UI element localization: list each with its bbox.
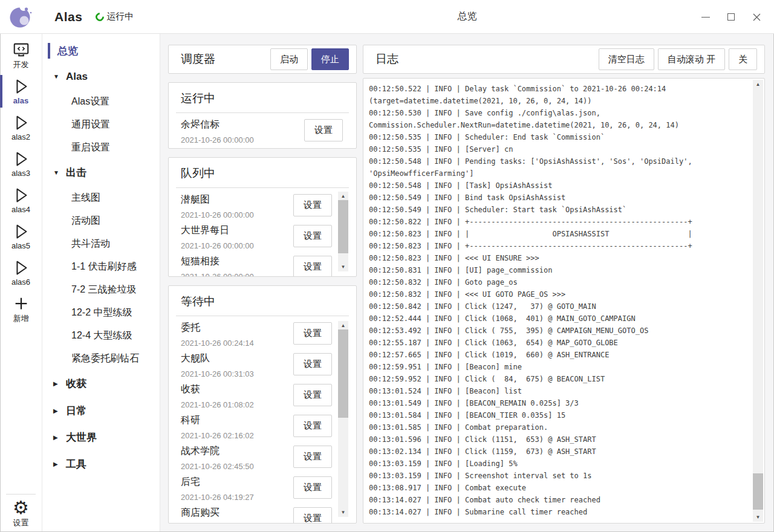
scroll-up-icon[interactable]: ▲ [338, 321, 348, 330]
sidebar-item-alas5[interactable]: alas5 [0, 218, 42, 255]
log-title: 日志 [376, 51, 398, 67]
queued-scrollbar: ▲ ▼ [338, 192, 348, 271]
menu-group-opsi[interactable]: ▶ 大世界 [42, 424, 160, 450]
scheduler-stop-button[interactable]: 停止 [311, 48, 349, 70]
log-line: 00:12:50.549 | INFO | Scheduler: Start t… [369, 204, 747, 216]
task-row: 大舰队 2021-10-26 00:31:03 设置 [181, 349, 332, 380]
task-settings-button[interactable]: 设置 [293, 476, 332, 499]
menu-item-general-settings[interactable]: 通用设置 [42, 113, 160, 136]
menu-group-alas[interactable]: ▼ Alas [42, 63, 160, 90]
scroll-down-icon[interactable]: ▼ [338, 508, 348, 517]
log-line: 00:13:14.027 | INFO | Submarine call tim… [369, 506, 747, 518]
scroll-up-icon[interactable]: ▲ [753, 80, 763, 89]
menu-item-label: 12-4 大型练级 [71, 329, 132, 342]
sidebar-item-alas2[interactable]: alas2 [0, 109, 42, 146]
log-line: 00:12:50.822 | INFO | +-----------------… [369, 216, 747, 228]
menu-item-main-chapter[interactable]: 主线图 [42, 186, 160, 209]
task-name: 短猫相接 [181, 255, 254, 268]
menu-group-daily[interactable]: ▶ 日常 [42, 397, 160, 424]
sidebar-item-alas[interactable]: alas [0, 73, 42, 109]
task-name: 大舰队 [181, 352, 254, 365]
main-content: 调度器 启动 停止 运行中 余烬信标 2021-10-26 00:00:00 设… [160, 34, 774, 532]
maximize-button[interactable] [718, 5, 744, 29]
menu-item-1-1[interactable]: 1-1 伏击刷好感 [42, 255, 160, 278]
menu-group-reward[interactable]: ▶ 收获 [42, 370, 160, 397]
scrollbar-thumb[interactable] [338, 329, 348, 418]
autoscroll-off-button[interactable]: 关 [729, 48, 757, 70]
scroll-down-icon[interactable]: ▼ [753, 513, 763, 522]
menu-item-coalition-event[interactable]: 共斗活动 [42, 232, 160, 255]
log-line: 00:12:50.549 | INFO | Bind task OpsiAshA… [369, 192, 747, 204]
sidebar-item-dev[interactable]: 开发 [0, 37, 42, 73]
menu-group-tools[interactable]: ▶ 工具 [42, 450, 160, 477]
caret-right-icon: ▶ [53, 380, 62, 387]
task-row: 商店购买 设置 [181, 503, 332, 524]
menu-item-restart-settings[interactable]: 重启设置 [42, 136, 160, 159]
sidebar-item-label: alas3 [11, 169, 30, 178]
menu-group-sortie[interactable]: ▼ 出击 [42, 159, 160, 186]
task-row: 大世界每日 2021-10-26 00:00:00 设置 [181, 221, 332, 251]
log-line: 00:12:50.530 | INFO | Save config ./conf… [369, 107, 747, 119]
scroll-up-icon[interactable]: ▲ [338, 192, 348, 201]
task-settings-button[interactable]: 设置 [293, 353, 332, 375]
menu-group-label: Alas [66, 71, 88, 83]
log-line: 00:12:50.823 | INFO | | OPSIASHASSIST | [369, 228, 747, 240]
task-row: 余烬信标 2021-10-26 00:00:00 设置 [181, 115, 343, 146]
task-row: 委托 2021-10-26 00:24:14 设置 [181, 318, 332, 349]
autoscroll-on-button[interactable]: 自动滚动 开 [658, 48, 725, 70]
menu-group-label: 日常 [66, 404, 86, 418]
task-time: 2021-10-26 00:00:00 [181, 135, 254, 144]
sidebar-item-add[interactable]: 新增 [0, 291, 42, 327]
close-button[interactable] [744, 5, 769, 29]
clear-log-button[interactable]: 清空日志 [599, 48, 654, 70]
app-name: Alas [54, 10, 82, 24]
menu-item-label: 7-2 三战捡垃圾 [71, 284, 137, 296]
menu-item-overview[interactable]: 总览 [42, 39, 160, 63]
log-line: 00:12:50.548 | INFO | [Task] OpsiAshAssi… [369, 180, 747, 192]
scrollbar-thumb[interactable] [753, 473, 763, 510]
sidebar-item-alas3[interactable]: alas3 [0, 146, 42, 182]
log-line: 00:12:50.522 | INFO | Delay task `Commis… [369, 83, 747, 95]
task-settings-button[interactable]: 设置 [293, 256, 332, 276]
running-card: 运行中 余烬信标 2021-10-26 00:00:00 设置 [168, 82, 357, 149]
menu-item-event-chapter[interactable]: 活动图 [42, 209, 160, 232]
task-name: 后宅 [181, 476, 254, 488]
log-line: 00:12:50.548 | INFO | Pending tasks: ['O… [369, 155, 747, 167]
task-settings-button[interactable]: 设置 [293, 194, 332, 216]
waiting-scrollbar: ▲ ▼ [338, 321, 348, 517]
page-title: 总览 [160, 10, 774, 23]
scrollbar-thumb[interactable] [338, 200, 348, 253]
scheduler-status: 运行中 [96, 11, 134, 22]
task-name: 战术学院 [181, 445, 254, 458]
task-settings-button[interactable]: 设置 [293, 225, 332, 247]
task-settings-button[interactable]: 设置 [293, 415, 332, 437]
log-line: 00:13:01.584 | INFO | [BEACON_TIER 0.035… [369, 409, 747, 421]
task-settings-button[interactable]: 设置 [293, 322, 332, 345]
task-settings-button[interactable]: 设置 [293, 507, 332, 524]
instance-sidebar: 开发 alas alas2 alas3 alas4 [0, 34, 42, 532]
log-line: 00:12:50.831 | INFO | [UI] page_commissi… [369, 264, 747, 276]
task-name: 商店购买 [181, 507, 220, 519]
log-line: 00:13:08.917 | INFO | Combat execute [369, 482, 747, 494]
play-icon [12, 77, 30, 96]
sidebar-item-alas6[interactable]: alas6 [0, 255, 42, 291]
menu-group-label: 收获 [66, 377, 86, 391]
menu-item-label: 1-1 伏击刷好感 [71, 261, 137, 273]
menu-item-label: 重启设置 [71, 141, 110, 154]
sidebar-item-label: alas2 [11, 132, 30, 141]
scroll-down-icon[interactable]: ▼ [338, 262, 348, 271]
menu-item-12-2[interactable]: 12-2 中型练级 [42, 301, 160, 324]
task-time: 2021-10-26 00:00:00 [181, 210, 254, 219]
menu-item-7-2[interactable]: 7-2 三战捡垃圾 [42, 278, 160, 301]
menu-item-alas-settings[interactable]: Alas设置 [42, 90, 160, 113]
minimize-button[interactable] [693, 5, 718, 29]
menu-item-urgent-commission[interactable]: 紧急委托刷钻石 [42, 347, 160, 370]
menu-item-12-4[interactable]: 12-4 大型练级 [42, 324, 160, 347]
sidebar-item-settings[interactable]: ⚙ 设置 [0, 495, 42, 532]
sidebar-item-alas4[interactable]: alas4 [0, 182, 42, 218]
scheduler-start-button[interactable]: 启动 [270, 48, 308, 70]
menu-item-label: 通用设置 [71, 118, 110, 131]
task-settings-button[interactable]: 设置 [304, 119, 343, 141]
task-settings-button[interactable]: 设置 [293, 446, 332, 468]
task-settings-button[interactable]: 设置 [293, 384, 332, 406]
